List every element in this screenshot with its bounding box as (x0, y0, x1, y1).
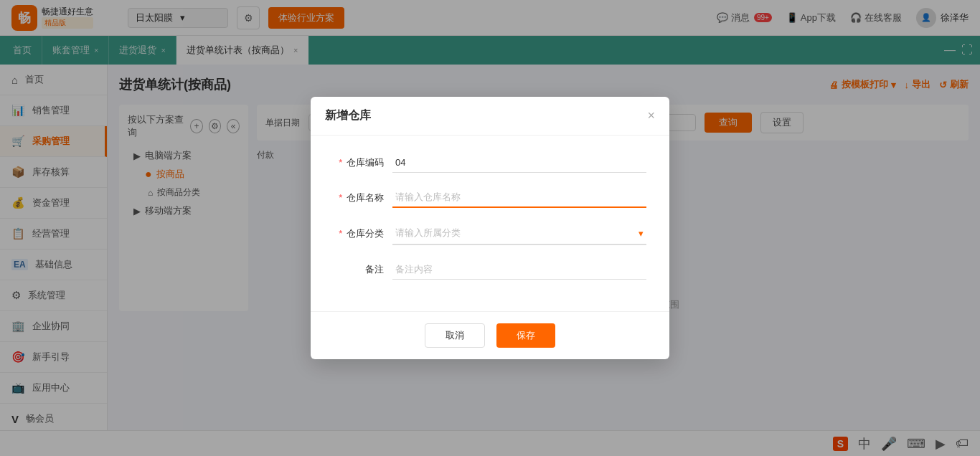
cancel-button[interactable]: 取消 (425, 323, 485, 348)
modal-close-button[interactable]: × (647, 108, 655, 123)
required-star-name: * (339, 192, 342, 203)
remark-input[interactable] (392, 260, 646, 280)
name-input[interactable] (392, 187, 646, 208)
remark-form-row: 备注 (334, 260, 646, 280)
name-label: * 仓库名称 (334, 191, 384, 204)
save-button[interactable]: 保存 (496, 323, 555, 348)
code-input[interactable] (392, 153, 646, 173)
category-form-row: * 仓库分类 请输入所属分类 ▾ (334, 222, 646, 245)
code-form-row: * 仓库编码 (334, 153, 646, 173)
name-form-row: * 仓库名称 (334, 187, 646, 208)
category-label: * 仓库分类 (334, 227, 384, 240)
modal-body: * 仓库编码 * 仓库名称 * 仓库分类 请输入所属 (311, 136, 669, 311)
modal-overlay: 新增仓库 × * 仓库编码 * 仓库名称 (0, 0, 980, 456)
category-placeholder: 请输入所属分类 (395, 227, 461, 239)
new-warehouse-modal: 新增仓库 × * 仓库编码 * 仓库名称 (311, 97, 669, 359)
category-chevron-icon: ▾ (639, 228, 644, 239)
required-star-code: * (339, 157, 342, 168)
code-label: * 仓库编码 (334, 156, 384, 169)
modal-footer: 取消 保存 (311, 311, 669, 359)
category-select[interactable]: 请输入所属分类 ▾ (392, 222, 646, 245)
modal-header: 新增仓库 × (311, 97, 669, 136)
required-star-category: * (339, 228, 342, 239)
modal-title: 新增仓库 (325, 108, 371, 123)
remark-label: 备注 (334, 263, 384, 276)
